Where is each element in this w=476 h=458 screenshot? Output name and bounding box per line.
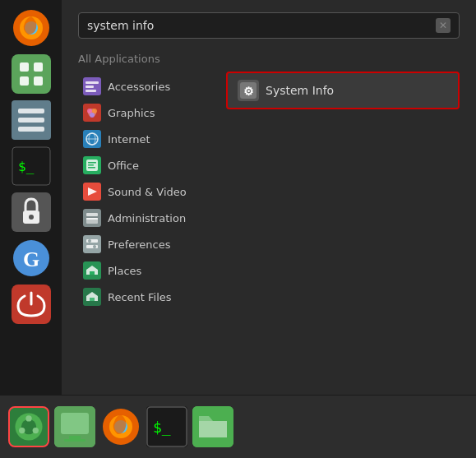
svg-rect-4 [20, 62, 29, 72]
menu-item-sound-video[interactable]: Sound & Video [78, 178, 210, 205]
system-info-label: System Info [266, 84, 334, 97]
svg-rect-3 [12, 54, 51, 94]
sidebar-grid-icon[interactable] [12, 54, 51, 94]
menu-item-internet[interactable]: Internet [78, 126, 210, 152]
sound-video-label: Sound & Video [108, 186, 187, 198]
main-area: $_ G [0, 0, 476, 395]
menu-item-administration[interactable]: Administration [78, 205, 210, 231]
svg-rect-53 [90, 298, 95, 301]
svg-rect-5 [34, 62, 43, 72]
menu-columns: All Applications Accessories Graphics [78, 51, 460, 310]
sidebar: $_ G [0, 0, 62, 395]
taskbar-show-desktop-button[interactable] [54, 406, 95, 447]
graphics-label: Graphics [108, 107, 155, 119]
taskbar-terminal-button[interactable]: $_ [146, 406, 187, 447]
internet-label: Internet [108, 133, 150, 146]
taskbar-files-button[interactable] [192, 406, 233, 447]
sidebar-firefox-icon[interactable] [12, 8, 51, 48]
content-area: system info ✕ All Applications Accessori… [62, 0, 476, 395]
taskbar-firefox-button[interactable] [100, 406, 141, 447]
office-icon [83, 156, 101, 174]
svg-point-17 [29, 215, 34, 220]
sidebar-power-icon[interactable] [12, 285, 51, 324]
taskbar: $_ [0, 395, 476, 458]
places-icon [83, 261, 101, 280]
svg-rect-24 [85, 90, 96, 92]
svg-rect-9 [18, 109, 44, 113]
office-label: Office [108, 160, 139, 172]
svg-rect-36 [88, 162, 96, 164]
recent-files-label: Recent Files [108, 291, 172, 303]
svg-rect-51 [90, 271, 95, 275]
svg-rect-10 [18, 118, 44, 123]
results-column: ⚙ System Info [226, 51, 460, 310]
svg-text:$_: $_ [153, 419, 171, 436]
recent-files-icon [83, 288, 101, 306]
svg-rect-11 [18, 127, 44, 132]
search-bar[interactable]: system info ✕ [78, 12, 460, 39]
menu-item-recent-files[interactable]: Recent Files [78, 284, 210, 310]
svg-rect-65 [69, 436, 81, 439]
sidebar-terminal-icon[interactable]: $_ [12, 146, 51, 186]
svg-rect-66 [64, 439, 85, 442]
accessories-icon [83, 77, 101, 95]
menu-item-graphics[interactable]: Graphics [78, 99, 210, 126]
administration-label: Administration [108, 212, 186, 224]
svg-rect-7 [34, 76, 43, 86]
sound-video-icon [83, 183, 101, 201]
all-apps-label: All Applications [78, 51, 210, 67]
svg-rect-42 [86, 213, 98, 216]
svg-rect-44 [86, 218, 98, 220]
accessories-label: Accessories [108, 81, 170, 93]
menu-item-places[interactable]: Places [78, 257, 210, 284]
svg-point-49 [93, 245, 96, 248]
svg-text:⚙: ⚙ [243, 86, 254, 98]
svg-rect-37 [88, 164, 94, 166]
svg-point-29 [90, 113, 95, 118]
graphics-icon [83, 104, 101, 122]
preferences-icon [83, 235, 101, 253]
svg-point-61 [33, 428, 39, 433]
menu-item-accessories[interactable]: Accessories [78, 73, 210, 99]
svg-rect-38 [88, 167, 95, 169]
menu-item-office[interactable]: Office [78, 152, 210, 178]
sidebar-grammarly-icon[interactable]: G [12, 238, 51, 278]
svg-rect-23 [85, 86, 94, 88]
svg-rect-6 [20, 76, 29, 86]
categories-column: All Applications Accessories Graphics [78, 51, 210, 310]
svg-text:$_: $_ [18, 159, 35, 174]
svg-rect-22 [85, 81, 99, 84]
administration-icon [83, 209, 101, 227]
svg-point-60 [25, 415, 31, 421]
search-clear-button[interactable]: ✕ [436, 18, 451, 33]
places-label: Places [108, 265, 141, 277]
taskbar-mint-menu-button[interactable] [8, 406, 49, 447]
svg-text:G: G [22, 248, 39, 271]
search-input[interactable]: system info [87, 19, 436, 32]
svg-point-28 [92, 109, 97, 113]
svg-point-48 [88, 239, 91, 243]
system-info-icon: ⚙ [238, 80, 259, 101]
sidebar-db-icon[interactable] [12, 100, 51, 140]
svg-point-27 [87, 109, 92, 113]
sidebar-lock-icon[interactable] [12, 192, 51, 232]
internet-icon [83, 130, 101, 148]
svg-rect-64 [61, 413, 89, 434]
menu-item-preferences[interactable]: Preferences [78, 231, 210, 257]
svg-rect-45 [83, 235, 101, 253]
svg-point-62 [19, 428, 25, 433]
system-info-result[interactable]: ⚙ System Info [226, 72, 460, 109]
preferences-label: Preferences [108, 238, 170, 251]
